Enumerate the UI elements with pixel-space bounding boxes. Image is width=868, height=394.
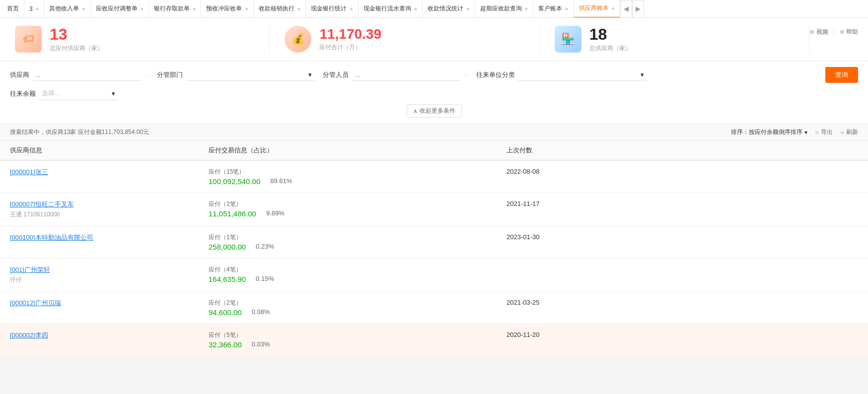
- sort-select[interactable]: 排序：按应付余额倒序排序 ▾: [731, 128, 807, 136]
- supplier-cell: [000012]广州贝瑞: [10, 299, 209, 309]
- last-pay-cell: 2023-01-30: [506, 233, 858, 241]
- last-pay-cell: 2021-11-17: [506, 200, 858, 207]
- tx-label: 应付（2笔）: [209, 200, 506, 208]
- close-icon[interactable]: ×: [612, 5, 615, 11]
- supplier-link[interactable]: [000100]本特勤油品有限公司: [10, 234, 93, 241]
- last-pay-date: 2021-03-25: [506, 299, 540, 306]
- summary-total-suppliers-content: 18 总供应商（家）: [589, 26, 631, 53]
- results-summary: 搜索结果中，供应商13家 应付金额111,703,854.00元: [10, 128, 149, 136]
- total-suppliers-number: 18: [589, 26, 631, 42]
- dept-select[interactable]: ▾: [186, 69, 315, 81]
- tx-label: 应付（2笔）: [209, 299, 506, 307]
- tx-percent: 9.89%: [266, 209, 285, 218]
- tx-percent: 0.23%: [256, 243, 274, 251]
- balance-dropdown-icon: ▾: [112, 90, 115, 97]
- last-pay-date: 2022-08-08: [506, 168, 540, 175]
- person-input[interactable]: [352, 69, 461, 81]
- data-table: 供应商信息 应付交易信息（占比） 上次付数 [000001]张三 应付（15笔）…: [0, 141, 868, 356]
- tx-row: 94,600.00 0.08%: [209, 307, 506, 317]
- transaction-cell: 应付（4笔） 164,635.90 0.15%: [209, 265, 506, 283]
- close-icon[interactable]: ×: [525, 6, 528, 12]
- help-icon: ⊙: [840, 28, 845, 35]
- close-icon[interactable]: ×: [565, 6, 568, 12]
- summary-payable-amount-content: 11,170.39 应付合计（万）: [319, 27, 381, 52]
- nav-tab-other-income[interactable]: 其他收入单 ×: [44, 0, 90, 18]
- header-supplier: 供应商信息: [10, 146, 209, 155]
- export-action[interactable]: ○ 导出: [815, 128, 833, 136]
- balance-select[interactable]: 选择... ▾: [39, 87, 118, 100]
- nav-arrow-left[interactable]: ◀: [620, 0, 632, 18]
- refresh-action[interactable]: ○ 刷新: [841, 128, 858, 136]
- collapse-icon: ∧: [413, 108, 418, 115]
- store-icon: 🏪: [555, 26, 581, 53]
- tx-amount[interactable]: 94,600.00: [209, 308, 242, 317]
- nav-tab-prepay[interactable]: 预收冲应收单 ×: [201, 0, 253, 18]
- supplier-link[interactable]: [000007]恒旺二手叉车: [10, 200, 74, 208]
- filter-supplier: 供应商 ···: [10, 69, 149, 81]
- table-row: [001]广州荣轩 仔仔 应付（4笔） 164,635.90 0.15%: [0, 259, 868, 292]
- close-icon[interactable]: ×: [466, 6, 469, 12]
- nav-arrow-right[interactable]: ▶: [632, 0, 644, 18]
- dept-dropdown-icon: ▾: [308, 71, 312, 78]
- dept-label: 分管部门: [157, 70, 183, 79]
- help-action[interactable]: ⊙ 帮助: [840, 28, 858, 36]
- tx-label: 应付（15笔）: [209, 168, 506, 176]
- nav-tab-customer-ledger[interactable]: 客户账本 ×: [533, 0, 574, 18]
- last-pay-cell: 2020-11-20: [506, 331, 858, 338]
- tx-amount[interactable]: 11,051,486.00: [209, 209, 256, 218]
- supplier-icon: 🏷: [15, 26, 42, 53]
- close-icon[interactable]: ×: [36, 6, 39, 12]
- supplier-sub: 王通 17106110000: [10, 210, 209, 219]
- nav-tab-adjustment[interactable]: 应收应付调整单 ×: [91, 0, 149, 18]
- close-icon[interactable]: ×: [82, 6, 85, 12]
- transaction-cell: 应付（15笔） 100,092,540.00 89.61%: [209, 168, 506, 186]
- export-icon: ○: [815, 129, 819, 136]
- transaction-cell: 应付（5笔） 32,366.00 0.03%: [209, 331, 506, 349]
- supplier-link[interactable]: [000002]李四: [10, 331, 48, 339]
- supplier-sub: 仔仔: [10, 276, 209, 284]
- amount-icon: 💰: [285, 26, 311, 53]
- tx-amount[interactable]: 258,000.00: [209, 243, 246, 251]
- last-pay-date: 2023-01-30: [506, 233, 540, 241]
- filter-row-1: 供应商 ··· 分管部门 ▾ 分管人员 ··· 往来单位分类 ▾ 查询: [10, 67, 858, 83]
- tx-amount[interactable]: 100,092,540.00: [209, 177, 260, 186]
- video-action[interactable]: ⊙ 视频: [809, 28, 828, 36]
- refresh-icon: ○: [841, 129, 844, 136]
- supplier-label: 供应商: [10, 70, 29, 79]
- nav-tab-bank-deposit[interactable]: 银行存取款单 ×: [149, 0, 201, 18]
- close-icon[interactable]: ×: [350, 6, 353, 12]
- supplier-input[interactable]: [32, 69, 142, 81]
- table-row: [000002]李四 应付（5笔） 32,366.00 0.03% 2020-1…: [0, 324, 868, 356]
- nav-tab-3[interactable]: 3 ×: [24, 0, 44, 18]
- nav-tab-cash-bank-stats[interactable]: 现金银行统计 ×: [306, 0, 358, 18]
- tx-row: 258,000.00 0.23%: [209, 242, 506, 251]
- total-suppliers-label: 总供应商（家）: [589, 44, 631, 53]
- collapse-button[interactable]: ∧ 收起更多条件: [407, 104, 462, 118]
- supplier-link[interactable]: [001]广州荣轩: [10, 266, 50, 273]
- transaction-cell: 应付（1笔） 258,000.00 0.23%: [209, 233, 506, 251]
- payable-amount-label: 应付合计（万）: [319, 43, 381, 52]
- balance-label: 往来余额: [10, 89, 36, 98]
- nav-tab-cash-bank-flow[interactable]: 现金银行流水查询 ×: [359, 0, 423, 18]
- close-icon[interactable]: ×: [297, 6, 300, 12]
- supplier-link[interactable]: [000012]广州贝瑞: [10, 299, 61, 307]
- close-icon[interactable]: ×: [245, 6, 248, 12]
- close-icon[interactable]: ×: [193, 6, 196, 12]
- supplier-link[interactable]: [000001]张三: [10, 168, 48, 176]
- tx-amount[interactable]: 164,635.90: [209, 275, 246, 283]
- tx-amount[interactable]: 32,366.00: [209, 340, 242, 349]
- payable-suppliers-label: 总应付供应商（家）: [50, 44, 103, 53]
- table-row: [000100]本特勤油品有限公司 应付（1笔） 258,000.00 0.23…: [0, 226, 868, 259]
- nav-tab-payment-stats[interactable]: 收款情况统计 ×: [423, 0, 475, 18]
- nav-tab-receipt[interactable]: 收款核销执行 ×: [254, 0, 306, 18]
- nav-tab-supplier-ledger[interactable]: 供应商账本 ×: [574, 0, 620, 18]
- supplier-cell: [000007]恒旺二手叉车 王通 17106110000: [10, 200, 209, 219]
- supplier-cell: [001]广州荣轩 仔仔: [10, 265, 209, 284]
- search-button[interactable]: 查询: [825, 67, 858, 83]
- nav-tab-overdue[interactable]: 超期应收款查询 ×: [475, 0, 533, 18]
- nav-tab-home[interactable]: 首页: [2, 0, 24, 18]
- close-icon[interactable]: ×: [414, 6, 417, 12]
- category-select[interactable]: ▾: [518, 69, 647, 81]
- close-icon[interactable]: ×: [141, 6, 144, 12]
- category-label: 往来单位分类: [476, 70, 515, 79]
